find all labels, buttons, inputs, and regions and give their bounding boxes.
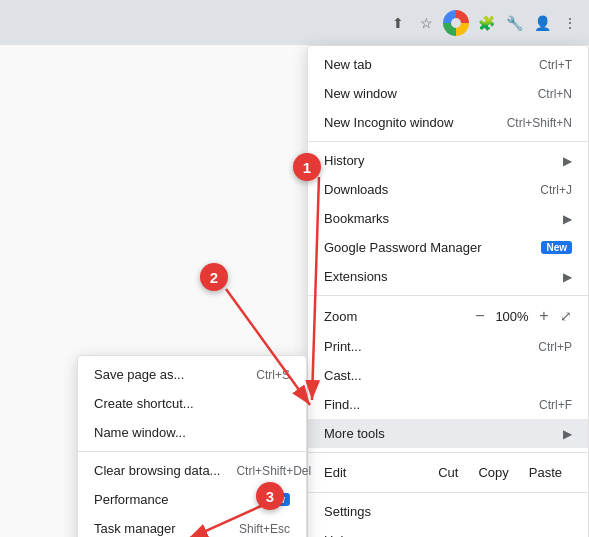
share-icon[interactable]: ⬆	[387, 12, 409, 34]
extensions-arrow-icon: ▶	[563, 270, 572, 284]
menu-new-tab-shortcut: Ctrl+T	[539, 58, 572, 72]
zoom-plus-button[interactable]: +	[532, 304, 556, 328]
menu-more-tools-label: More tools	[324, 426, 555, 441]
zoom-label: Zoom	[324, 309, 468, 324]
menu-history-label: History	[324, 153, 555, 168]
submenu-task-manager-shortcut: Shift+Esc	[239, 522, 290, 536]
menu-find-label: Find...	[324, 397, 523, 412]
zoom-expand-button[interactable]: ⤢	[560, 308, 572, 324]
menu-incognito-shortcut: Ctrl+Shift+N	[507, 116, 572, 130]
submenu-performance-label: Performance	[94, 492, 253, 507]
menu-item-extensions[interactable]: Extensions ▶	[308, 262, 588, 291]
menu-print-shortcut: Ctrl+P	[538, 340, 572, 354]
extensions-icon[interactable]: 🧩	[475, 12, 497, 34]
chrome-menu: New tab Ctrl+T New window Ctrl+N New Inc…	[307, 45, 589, 537]
submenu-task-manager-label: Task manager	[94, 521, 223, 536]
menu-item-help[interactable]: Help ▶	[308, 526, 588, 537]
submenu-save-page-label: Save page as...	[94, 367, 240, 382]
menu-item-bookmarks[interactable]: Bookmarks ▶	[308, 204, 588, 233]
bookmarks-arrow-icon: ▶	[563, 212, 572, 226]
browser-chrome: ⬆ ☆ 🧩 🔧 👤 ⋮	[0, 0, 589, 45]
cut-button[interactable]: Cut	[428, 461, 468, 484]
menu-item-new-window[interactable]: New window Ctrl+N	[308, 79, 588, 108]
menu-new-window-label: New window	[324, 86, 522, 101]
menu-incognito-label: New Incognito window	[324, 115, 491, 130]
menu-downloads-shortcut: Ctrl+J	[540, 183, 572, 197]
puzzle-icon[interactable]: 🔧	[503, 12, 525, 34]
menu-item-cast[interactable]: Cast...	[308, 361, 588, 390]
submenu-save-page[interactable]: Save page as... Ctrl+S	[78, 360, 306, 389]
menu-extensions-label: Extensions	[324, 269, 555, 284]
menu-new-window-shortcut: Ctrl+N	[538, 87, 572, 101]
menu-find-shortcut: Ctrl+F	[539, 398, 572, 412]
menu-print-label: Print...	[324, 339, 522, 354]
menu-divider-4	[308, 492, 588, 493]
menu-divider-1	[308, 141, 588, 142]
menu-item-incognito[interactable]: New Incognito window Ctrl+Shift+N	[308, 108, 588, 137]
menu-cast-label: Cast...	[324, 368, 572, 383]
menu-item-history[interactable]: History ▶	[308, 146, 588, 175]
submenu-save-page-shortcut: Ctrl+S	[256, 368, 290, 382]
menu-item-print[interactable]: Print... Ctrl+P	[308, 332, 588, 361]
submenu-create-shortcut[interactable]: Create shortcut...	[78, 389, 306, 418]
browser-toolbar: ⬆ ☆ 🧩 🔧 👤 ⋮	[387, 10, 581, 36]
annotation-3: 3	[256, 482, 284, 510]
annotation-2: 2	[200, 263, 228, 291]
submenu-clear-browsing[interactable]: Clear browsing data... Ctrl+Shift+Del	[78, 456, 306, 485]
menu-divider-3	[308, 452, 588, 453]
bookmark-icon[interactable]: ☆	[415, 12, 437, 34]
submenu-divider-1	[78, 451, 306, 452]
menu-passwords-label: Google Password Manager	[324, 240, 535, 255]
menu-new-tab-label: New tab	[324, 57, 523, 72]
copy-button[interactable]: Copy	[468, 461, 518, 484]
submenu-task-manager[interactable]: Task manager Shift+Esc	[78, 514, 306, 537]
menu-item-new-tab[interactable]: New tab Ctrl+T	[308, 50, 588, 79]
menu-help-label: Help	[324, 533, 555, 537]
menu-edit-row: Edit Cut Copy Paste	[308, 457, 588, 488]
profile-icon[interactable]: 👤	[531, 12, 553, 34]
menu-downloads-label: Downloads	[324, 182, 524, 197]
submenu-name-window[interactable]: Name window...	[78, 418, 306, 447]
paste-button[interactable]: Paste	[519, 461, 572, 484]
page-content: Save draft New tab Ctrl+T New window Ctr…	[0, 45, 589, 537]
help-arrow-icon: ▶	[563, 534, 572, 538]
menu-divider-2	[308, 295, 588, 296]
zoom-minus-button[interactable]: −	[468, 304, 492, 328]
submenu-create-shortcut-label: Create shortcut...	[94, 396, 290, 411]
menu-item-settings[interactable]: Settings	[308, 497, 588, 526]
submenu-clear-browsing-label: Clear browsing data...	[94, 463, 220, 478]
menu-icon[interactable]: ⋮	[559, 12, 581, 34]
menu-item-passwords[interactable]: Google Password Manager New	[308, 233, 588, 262]
submenu-clear-browsing-shortcut: Ctrl+Shift+Del	[236, 464, 311, 478]
history-arrow-icon: ▶	[563, 154, 572, 168]
menu-item-downloads[interactable]: Downloads Ctrl+J	[308, 175, 588, 204]
zoom-value: 100%	[492, 309, 532, 324]
edit-label: Edit	[324, 465, 428, 480]
annotation-1: 1	[293, 153, 321, 181]
menu-item-more-tools[interactable]: More tools ▶	[308, 419, 588, 448]
passwords-new-badge: New	[541, 241, 572, 254]
menu-settings-label: Settings	[324, 504, 572, 519]
more-tools-arrow-icon: ▶	[563, 427, 572, 441]
menu-zoom-row: Zoom − 100% + ⤢	[308, 300, 588, 332]
menu-bookmarks-label: Bookmarks	[324, 211, 555, 226]
menu-item-find[interactable]: Find... Ctrl+F	[308, 390, 588, 419]
submenu-name-window-label: Name window...	[94, 425, 290, 440]
chrome-icon	[443, 10, 469, 36]
